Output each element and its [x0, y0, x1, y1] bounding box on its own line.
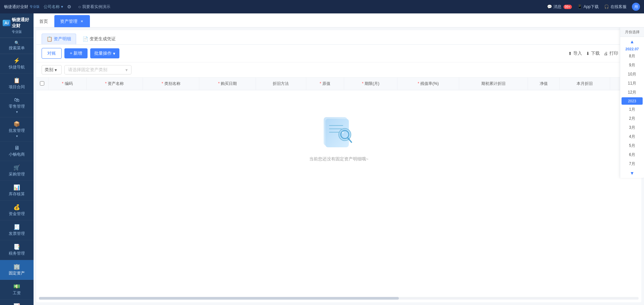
sidebar-item-fund[interactable]: 💰 资金管理 [0, 201, 34, 220]
tab-assets[interactable]: 资产管理 ✕ [54, 15, 90, 27]
month-panel: 月份选择 ▲ 2022.07 8月 9月 10月 11月 12月 2023 1月… [620, 28, 644, 178]
month-item-6[interactable]: 6月 [620, 150, 644, 159]
salary-icon: 💵 [13, 283, 20, 290]
assets-label: 固定资产 [9, 270, 25, 276]
sidebar-item-operation[interactable]: 📈 经营管理 [0, 300, 34, 305]
month-year-label: 2022.07 [620, 46, 644, 52]
wholesale-label: 批发管理 [9, 128, 25, 134]
month-item-11[interactable]: 11月 [620, 79, 644, 88]
category-filter-type[interactable]: 类别 ▾ [42, 65, 62, 74]
logo-edition: 专业版 [12, 30, 22, 34]
company-label: 公司名称 [44, 4, 60, 10]
main-panel: 📋 资产明细 📄 变更生成凭证 对账 + 新增 批量操作 ▾ [36, 30, 641, 302]
sidebar-item-nav[interactable]: ⚡ 快捷导航 [0, 54, 34, 74]
purchase-icon: 🛒 [13, 164, 20, 171]
online-service-button[interactable]: 🎧 在线客服 [604, 4, 627, 10]
sidebar-item-salary[interactable]: 💵 工资 [0, 280, 34, 300]
app-download-label: App下载 [584, 4, 599, 10]
download-action[interactable]: ⬇ 下载 [586, 50, 600, 56]
month-item-4[interactable]: 4月 [620, 132, 644, 141]
import-label: 导入 [573, 50, 582, 56]
sidebar-item-assets[interactable]: 🏢 固定资产 [0, 260, 34, 280]
filter-bar: 类别 ▾ 请选择固定资产类别 ▾ [36, 62, 641, 78]
retail-icon: 🛍 [14, 97, 19, 103]
svg-point-8 [342, 132, 344, 134]
message-button[interactable]: 💬 消息 99+ [547, 4, 572, 10]
sidebar-item-project[interactable]: 📋 项目合同 [0, 74, 34, 94]
retail-label: 零售管理 [9, 104, 25, 109]
th-name: 资产名称 [86, 78, 143, 90]
demo-link[interactable]: ○ 我要看实例演示 [78, 4, 110, 10]
tab-home[interactable]: 首页 [34, 15, 54, 27]
th-net-value: 净值 [528, 78, 560, 90]
search-menu[interactable]: 🔍 搜索菜单 [0, 38, 34, 54]
category-filter-label: 类别 [45, 67, 53, 73]
sub-tab-voucher[interactable]: 📄 变更生成凭证 [77, 34, 121, 44]
demo-text: 我要看实例演示 [82, 4, 110, 10]
message-badge: 99+ [564, 5, 572, 9]
import-icon: ⬆ [568, 51, 572, 56]
app-name: 畅捷通好业财 [4, 4, 28, 10]
month-prev-btn[interactable]: ▲ [629, 38, 636, 45]
month-item-3[interactable]: 3月 [620, 123, 644, 132]
wholesale-arrow: ▾ [16, 134, 18, 138]
sidebar-item-invoice[interactable]: 🧾 发票管理 [0, 220, 34, 240]
tab-close-icon[interactable]: ✕ [79, 19, 84, 24]
month-item-2[interactable]: 2月 [620, 114, 644, 123]
sidebar-logo: Ai 畅捷通好业财 专业版 [0, 13, 34, 38]
company-name[interactable]: 畅捷通好业财 专业版 公司名称 ▾ [4, 4, 63, 10]
month-item-10[interactable]: 10月 [620, 70, 644, 79]
month-next-btn[interactable]: ▼ [629, 170, 636, 176]
print-action[interactable]: 🖨 打印 [604, 50, 618, 56]
add-button[interactable]: + 新增 [64, 48, 88, 58]
assets-table: 编码 资产名称 类别名称 购买日期 折旧方法 原值 期限(月) 残值率(%) 期… [36, 78, 641, 90]
th-code: 编码 [48, 78, 86, 90]
month-item-8[interactable]: 8月 [620, 52, 644, 61]
tab-assets-label: 资产管理 [60, 18, 77, 24]
category-filter-input[interactable]: 请选择固定资产类别 ▾ [64, 65, 131, 74]
empty-state: 当前您还没有固定资产明细哦~ [36, 90, 641, 182]
reconcile-button[interactable]: 对账 [42, 48, 62, 59]
month-item-1[interactable]: 1月 [620, 105, 644, 114]
app-download-button[interactable]: 📱 App下载 [577, 4, 599, 10]
sub-tab-detail[interactable]: 📋 资产明细 [42, 34, 76, 44]
th-buy-date: 购买日期 [199, 78, 256, 90]
category-placeholder: 请选择固定资产类别 [68, 67, 107, 73]
batch-dropdown-icon: ▾ [113, 51, 115, 56]
empty-icon [319, 110, 359, 151]
filter-dropdown-icon: ▾ [125, 67, 128, 72]
top-bar-right: 💬 消息 99+ 📱 App下载 🎧 在线客服 用 [547, 3, 640, 11]
th-category: 类别名称 [143, 78, 199, 90]
month-item-12[interactable]: 12月 [620, 88, 644, 97]
horizontal-scrollbar[interactable] [39, 297, 639, 300]
user-avatar[interactable]: 用 [632, 3, 640, 11]
inventory-icon: 📊 [13, 184, 20, 191]
sidebar-item-inventory[interactable]: 📊 库存核算 [0, 181, 34, 201]
detail-tab-label: 资产明细 [54, 36, 71, 42]
nav-label: 快捷导航 [9, 64, 25, 70]
th-original-value: 原值 [306, 78, 344, 90]
fund-icon: 💰 [13, 204, 20, 210]
select-all-checkbox[interactable] [40, 81, 44, 86]
th-period-depreciation: 期初累计折旧 [459, 78, 528, 90]
th-depreciation: 折旧方法 [256, 78, 306, 90]
sidebar-item-wholesale[interactable]: 📦 批发管理 ▾ [0, 117, 34, 142]
scrollbar-thumb [39, 297, 399, 300]
fund-label: 资金管理 [9, 211, 25, 217]
sidebar-item-ecommerce[interactable]: 🖥 小畅电商 [0, 142, 34, 161]
assets-icon: 🏢 [13, 263, 20, 270]
batch-button[interactable]: 批量操作 ▾ [90, 48, 119, 58]
voucher-tab-label: 变更生成凭证 [90, 36, 116, 42]
settings-icon[interactable]: ⚙ [67, 4, 71, 9]
import-action[interactable]: ⬆ 导入 [568, 50, 582, 56]
download-label: 下载 [591, 50, 600, 56]
sidebar-item-purchase[interactable]: 🛒 采购管理 [0, 161, 34, 181]
th-checkbox [36, 78, 48, 90]
voucher-tab-icon: 📄 [83, 36, 88, 42]
sidebar-item-tax[interactable]: 📑 税务管理 [0, 240, 34, 260]
sidebar-item-retail[interactable]: 🛍 零售管理 ▾ [0, 94, 34, 117]
month-item-9[interactable]: 9月 [620, 61, 644, 70]
month-item-5[interactable]: 5月 [620, 141, 644, 150]
tab-home-label: 首页 [39, 18, 48, 24]
month-item-7[interactable]: 7月 [620, 159, 644, 168]
